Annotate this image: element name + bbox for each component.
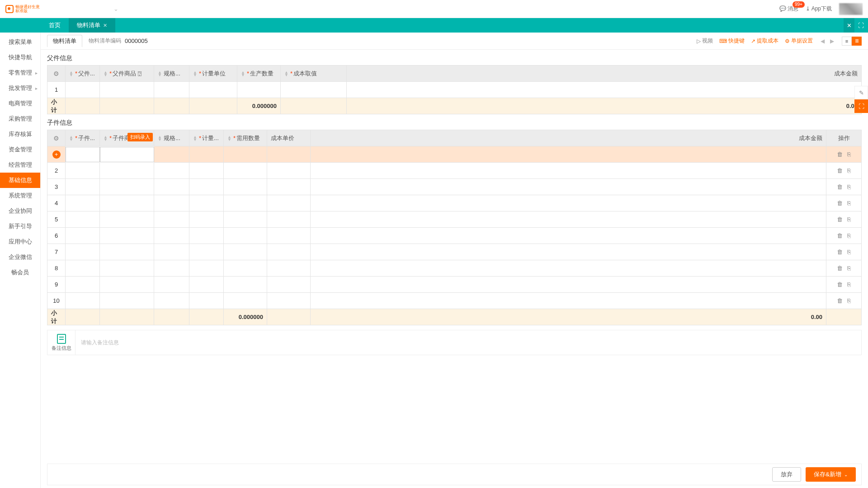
sidebar-item[interactable]: 基础信息 bbox=[0, 173, 40, 188]
delete-row-icon[interactable]: 🗑 bbox=[837, 232, 843, 239]
float-tools: ✎ ⛶ bbox=[854, 86, 868, 113]
child-row[interactable]: 6🗑⎘ bbox=[47, 228, 862, 244]
app-download-button[interactable]: ⤓ App下载 bbox=[806, 5, 832, 13]
save-add-button[interactable]: 保存&新增⌄ bbox=[806, 467, 856, 482]
parent-row[interactable]: 1 bbox=[47, 82, 862, 98]
sidebar-item[interactable]: 企业微信 bbox=[0, 249, 40, 265]
add-row-icon[interactable]: + bbox=[52, 150, 61, 159]
close-icon[interactable]: ✕ bbox=[103, 23, 107, 28]
gear-icon[interactable]: ⚙ bbox=[53, 135, 59, 142]
sidebar-item[interactable]: 新手引导 bbox=[0, 219, 40, 234]
logo-icon bbox=[5, 5, 14, 13]
float-edit-icon[interactable]: ✎ bbox=[854, 86, 868, 99]
copy-row-icon[interactable]: ⎘ bbox=[847, 281, 851, 288]
messages-button[interactable]: 💬 消息 99+ bbox=[779, 5, 798, 13]
sidebar-item[interactable]: 快捷导航 bbox=[0, 50, 40, 65]
child-product-input[interactable] bbox=[100, 147, 154, 162]
delete-row-icon[interactable]: 🗑 bbox=[837, 249, 843, 255]
messages-badge: 99+ bbox=[793, 1, 805, 8]
subheader-tab[interactable]: 物料清单 bbox=[47, 35, 82, 47]
delete-row-icon[interactable]: 🗑 bbox=[837, 167, 843, 174]
doc-code: 0000005 bbox=[125, 38, 148, 44]
fullscreen-icon[interactable]: ⛶ bbox=[856, 18, 865, 33]
sidebar-item[interactable]: 系统管理 bbox=[0, 188, 40, 203]
sidebar-item[interactable]: 企业协同 bbox=[0, 203, 40, 219]
discard-button[interactable]: 放弃 bbox=[772, 467, 801, 482]
sidebar-item[interactable]: 资金管理 bbox=[0, 142, 40, 157]
shortcut-link[interactable]: ⌨ 快捷键 bbox=[719, 37, 745, 45]
child-row[interactable]: 4🗑⎘ bbox=[47, 195, 862, 211]
tabstrip: 首页 物料清单✕ ✕ ⛶ bbox=[0, 18, 868, 33]
subheader: 物料清单 物料清单编码 0000005 ▷ 视频 ⌨ 快捷键 ↗ 提取成本 ⚙ … bbox=[41, 33, 868, 50]
delete-row-icon[interactable]: 🗑 bbox=[837, 281, 843, 288]
remark-icon bbox=[57, 334, 66, 344]
record-nav: ◀ ▶ bbox=[819, 38, 835, 44]
child-section-title: 子件信息 bbox=[41, 114, 868, 130]
copy-row-icon[interactable]: ⎘ bbox=[847, 151, 851, 158]
remark-input[interactable]: 请输入备注信息 bbox=[75, 339, 861, 347]
tab-home[interactable]: 首页 bbox=[41, 18, 69, 33]
child-row[interactable]: 3🗑⎘ bbox=[47, 179, 862, 195]
parent-grid: ⚙ ▲▼父件... ▲▼父件商品 ⍰ ▲▼规格... ▲▼计量单位 ▲▼生产数量… bbox=[47, 65, 862, 114]
org-selector[interactable]: ⌄ bbox=[51, 3, 123, 15]
copy-row-icon[interactable]: ⎘ bbox=[847, 200, 851, 206]
video-link[interactable]: ▷ 视频 bbox=[697, 37, 713, 45]
prev-record-icon[interactable]: ◀ bbox=[819, 38, 826, 44]
child-row[interactable]: 2🗑⎘ bbox=[47, 163, 862, 179]
view-list-icon[interactable]: ≡ bbox=[842, 37, 852, 46]
child-code-input[interactable] bbox=[66, 147, 100, 162]
sidebar-item[interactable]: 应用中心 bbox=[0, 234, 40, 249]
sidebar-item[interactable]: 批发管理 bbox=[0, 80, 40, 96]
child-grid: ⚙ ▲▼子件... ▲▼子件商扫码录入 ▲▼规格... ▲▼计量... ▲▼需用… bbox=[47, 130, 862, 325]
delete-row-icon[interactable]: 🗑 bbox=[837, 297, 843, 304]
doc-code-label: 物料清单编码 bbox=[89, 37, 121, 45]
delete-row-icon[interactable]: 🗑 bbox=[837, 200, 843, 206]
copy-row-icon[interactable]: ⎘ bbox=[847, 297, 851, 304]
delete-row-icon[interactable]: 🗑 bbox=[837, 151, 843, 158]
next-record-icon[interactable]: ▶ bbox=[829, 38, 835, 44]
copy-row-icon[interactable]: ⎘ bbox=[847, 183, 851, 190]
copy-row-icon[interactable]: ⎘ bbox=[847, 232, 851, 239]
child-row[interactable]: 7🗑⎘ bbox=[47, 244, 862, 260]
copy-row-icon[interactable]: ⎘ bbox=[847, 216, 851, 223]
parent-subtotal: 小计 0.000000 0.00 bbox=[47, 98, 862, 114]
sidebar-item[interactable]: 畅会员 bbox=[0, 265, 40, 280]
doc-setting-link[interactable]: ⚙ 单据设置 bbox=[785, 37, 813, 45]
extract-cost-link[interactable]: ↗ 提取成本 bbox=[751, 37, 778, 45]
sidebar: 搜索菜单快捷导航零售管理批发管理电商管理采购管理库存核算资金管理经营管理基础信息… bbox=[0, 33, 41, 488]
view-toggle: ≡ ≣ bbox=[842, 37, 862, 46]
sidebar-item[interactable]: 经营管理 bbox=[0, 157, 40, 173]
child-row[interactable]: 9🗑⎘ bbox=[47, 277, 862, 293]
sidebar-item[interactable]: 采购管理 bbox=[0, 111, 40, 127]
child-row[interactable]: 5🗑⎘ bbox=[47, 211, 862, 228]
topbar: 畅捷通好生意 标准版 ⌄ 💬 消息 99+ ⤓ App下载 bbox=[0, 0, 868, 18]
logo-line2: 标准版 bbox=[15, 9, 40, 13]
view-form-icon[interactable]: ≣ bbox=[852, 37, 862, 46]
float-expand-icon[interactable]: ⛶ bbox=[854, 99, 868, 113]
child-subtotal: 小计0.0000000.00 bbox=[47, 309, 862, 325]
remark-bar: 备注信息 请输入备注信息 bbox=[47, 330, 862, 355]
copy-row-icon[interactable]: ⎘ bbox=[847, 265, 851, 272]
avatar[interactable] bbox=[839, 3, 863, 15]
tab-bom[interactable]: 物料清单✕ bbox=[69, 18, 115, 33]
child-row[interactable]: 10🗑⎘ bbox=[47, 293, 862, 309]
delete-row-icon[interactable]: 🗑 bbox=[837, 216, 843, 223]
delete-row-icon[interactable]: 🗑 bbox=[837, 265, 843, 272]
sidebar-item[interactable]: 搜索菜单 bbox=[0, 34, 40, 50]
sidebar-item[interactable]: 库存核算 bbox=[0, 127, 40, 142]
sidebar-item[interactable]: 电商管理 bbox=[0, 96, 40, 111]
logo: 畅捷通好生意 标准版 bbox=[5, 5, 42, 13]
delete-row-icon[interactable]: 🗑 bbox=[837, 183, 843, 190]
copy-row-icon[interactable]: ⎘ bbox=[847, 167, 851, 174]
parent-section-title: 父件信息 bbox=[41, 50, 868, 65]
footer: 放弃 保存&新增⌄ bbox=[47, 464, 862, 485]
copy-row-icon[interactable]: ⎘ bbox=[847, 249, 851, 255]
child-row-active[interactable]: + 🗑⎘ bbox=[47, 146, 862, 163]
close-all-tabs[interactable]: ✕ bbox=[844, 18, 854, 33]
child-row[interactable]: 8🗑⎘ bbox=[47, 260, 862, 277]
sidebar-item[interactable]: 零售管理 bbox=[0, 65, 40, 80]
scan-input-badge[interactable]: 扫码录入 bbox=[127, 133, 153, 141]
gear-icon[interactable]: ⚙ bbox=[53, 70, 59, 77]
content: 物料清单 物料清单编码 0000005 ▷ 视频 ⌨ 快捷键 ↗ 提取成本 ⚙ … bbox=[41, 33, 868, 488]
